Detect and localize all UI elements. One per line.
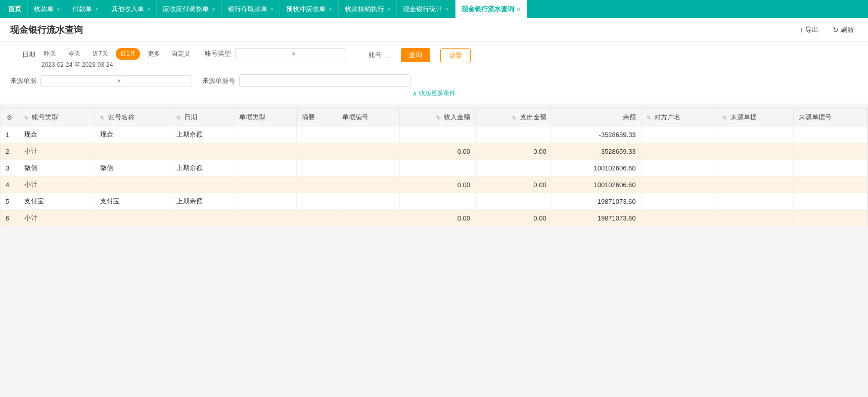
col-account-type[interactable]: ⇅ 账号类型 (19, 109, 95, 126)
cell-source-doc-no (793, 210, 867, 227)
data-table: ⚙ ⇅ 账号类型 ⇅ 账号名称 ⇅ 日期 单据类型 摘要 (1, 109, 867, 227)
cell-income: 0.00 (399, 177, 476, 193)
nav-tab-writeoff-close[interactable]: × (387, 6, 390, 12)
sort-arrows-expense: ⇅ (512, 115, 516, 120)
nav-tab-receipt-close[interactable]: × (57, 6, 60, 12)
top-navigation: 首页 收款单 × 付款单 × 其他收入单 × 应收应付调整单 × 银行存取款单 … (0, 0, 868, 18)
account-type-select[interactable]: ▼ (235, 48, 346, 59)
account-ellipsis-button[interactable]: ... (386, 51, 392, 59)
nav-tab-flow-query[interactable]: 现金银行流水查询 × (455, 0, 527, 18)
collapse-bar[interactable]: ∧ 收起更多条件 (10, 87, 858, 98)
col-income-label: 收入金额 (444, 113, 470, 121)
col-source-doc-label: 来源单据 (730, 113, 757, 121)
date-btn-more[interactable]: 更多 (143, 48, 164, 60)
nav-tab-other-income-label: 其他收入单 (111, 5, 144, 14)
nav-tab-bank-deposit-label: 银行存取款单 (228, 5, 267, 14)
cell-summary (296, 160, 337, 177)
table-row[interactable]: 1 现金 现金 上期余额 -3528659.33 (1, 126, 867, 143)
source-doc-select[interactable]: ▼ (40, 75, 192, 86)
date-btn-custom[interactable]: 自定义 (167, 48, 195, 60)
cell-account-name (95, 143, 171, 160)
cell-date: 上期余额 (171, 193, 234, 210)
cell-account-name (95, 177, 171, 193)
refresh-button[interactable]: ↻ 刷新 (829, 23, 858, 36)
account-type-label: 账号类型 (205, 49, 231, 58)
cell-row-num: 1 (1, 126, 19, 143)
nav-tab-statistics[interactable]: 现金银行统计 × (397, 0, 455, 18)
export-icon: ↑ (800, 26, 803, 34)
cell-summary (296, 210, 337, 227)
cell-income: 0.00 (399, 210, 476, 227)
sort-arrows-account-type: ⇅ (24, 115, 28, 120)
nav-tab-other-income-close[interactable]: × (147, 6, 150, 12)
source-doc-label: 来源单据 (10, 76, 36, 85)
export-button[interactable]: ↑ 导出 (796, 23, 823, 36)
nav-tab-writeoff[interactable]: 收款核销执行 × (339, 0, 397, 18)
col-doc-type[interactable]: 单据类型 (234, 109, 296, 126)
source-doc-no-label: 来源单据号 (202, 76, 235, 85)
col-account-name[interactable]: ⇅ 账号名称 (95, 109, 171, 126)
nav-tab-pre-collect-close[interactable]: × (329, 6, 332, 12)
cell-counterpart (641, 210, 717, 227)
table-body: 1 现金 现金 上期余额 -3528659.33 2 小计 0.00 0.00 … (1, 126, 867, 227)
date-btn-today[interactable]: 今天 (64, 48, 85, 60)
date-btn-7days[interactable]: 近7天 (88, 48, 113, 60)
settings-button[interactable]: 设置 (440, 48, 471, 63)
gear-icon: ⚙ (7, 114, 13, 121)
source-doc-no-field[interactable] (245, 77, 405, 84)
date-btn-1month[interactable]: 近1月 (116, 48, 141, 60)
cell-expense (476, 160, 552, 177)
nav-tab-payment[interactable]: 付款单 × (66, 0, 105, 18)
sort-arrows-income: ⇅ (436, 115, 440, 120)
table-row[interactable]: 2 小计 0.00 0.00 -3528659.33 (1, 143, 867, 160)
nav-tab-pre-collect[interactable]: 预收冲应收单 × (280, 0, 338, 18)
table-row[interactable]: 4 小计 0.00 0.00 100102606.60 (1, 177, 867, 193)
cell-account-name: 现金 (95, 126, 171, 143)
col-balance[interactable]: 余额 (552, 109, 641, 126)
nav-tab-receipt[interactable]: 收款单 × (28, 0, 66, 18)
col-account-name-label: 账号名称 (108, 113, 134, 121)
account-label: 账号 (356, 51, 382, 60)
query-button[interactable]: 查询 (401, 48, 430, 62)
col-summary-label: 摘要 (302, 113, 315, 121)
nav-tab-bank-deposit-close[interactable]: × (270, 6, 273, 12)
nav-tab-bank-deposit[interactable]: 银行存取款单 × (222, 0, 280, 18)
col-account-type-label: 账号类型 (32, 113, 58, 121)
col-gear[interactable]: ⚙ (1, 109, 19, 126)
col-balance-label: 余额 (623, 113, 636, 121)
table-row[interactable]: 3 微信 微信 上期余额 100102606.60 (1, 160, 867, 177)
table-row[interactable]: 6 小计 0.00 0.00 19871073.60 (1, 210, 867, 227)
col-summary[interactable]: 摘要 (296, 109, 337, 126)
table-row[interactable]: 5 支付宝 支付宝 上期余额 19871073.60 (1, 193, 867, 210)
col-source-doc[interactable]: ⇅ 来源单据 (717, 109, 794, 126)
col-income[interactable]: ⇅ 收入金额 (399, 109, 476, 126)
cell-date: 上期余额 (171, 126, 234, 143)
cell-expense: 0.00 (476, 143, 552, 160)
cell-source-doc (717, 126, 794, 143)
col-expense-label: 支出金额 (520, 113, 546, 121)
col-expense[interactable]: ⇅ 支出金额 (476, 109, 552, 126)
nav-tab-flow-query-close[interactable]: × (517, 6, 520, 12)
nav-tab-payment-label: 付款单 (72, 5, 92, 14)
cell-doc-no (337, 177, 399, 193)
filter-area: 日期 昨天 今天 近7天 近1月 更多 自定义 2023-02-24 至 202… (0, 42, 868, 104)
nav-tab-home[interactable]: 首页 (2, 0, 28, 18)
source-doc-no-input[interactable] (239, 74, 411, 87)
nav-tab-payment-close[interactable]: × (95, 6, 98, 12)
nav-tab-other-income[interactable]: 其他收入单 × (105, 0, 157, 18)
cell-balance: -3528659.33 (552, 126, 641, 143)
cell-income (399, 160, 476, 177)
cell-date (171, 143, 234, 160)
col-doc-no[interactable]: 单据编号 (337, 109, 399, 126)
cell-row-num: 2 (1, 143, 19, 160)
nav-tab-adjust-close[interactable]: × (212, 6, 215, 12)
col-counterpart[interactable]: ⇅ 对方户名 (641, 109, 717, 126)
cell-counterpart (641, 126, 717, 143)
col-doc-type-label: 单据类型 (239, 113, 265, 121)
col-source-doc-no[interactable]: 来源单据号 (793, 109, 867, 126)
date-btn-yesterday[interactable]: 昨天 (39, 48, 61, 60)
nav-tab-statistics-close[interactable]: × (445, 6, 448, 12)
nav-tab-adjust[interactable]: 应收应付调整单 × (157, 0, 221, 18)
cell-source-doc-no (793, 193, 867, 210)
col-date[interactable]: ⇅ 日期 (171, 109, 234, 126)
